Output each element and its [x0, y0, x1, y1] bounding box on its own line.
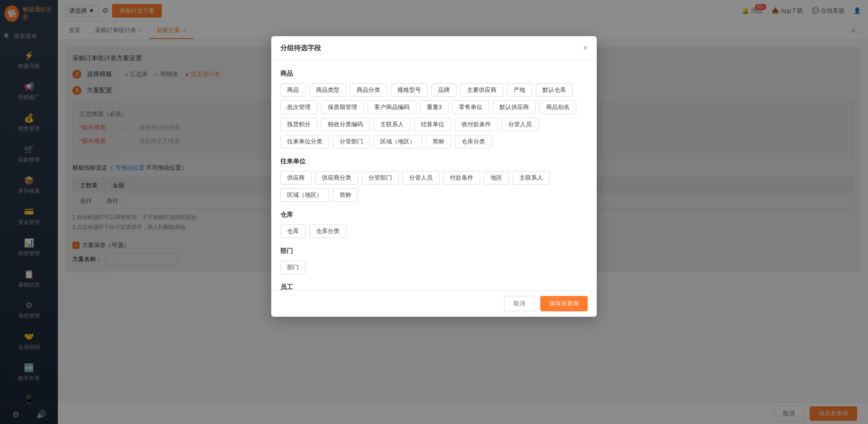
field-chip-supplier[interactable]: 供应商 [280, 171, 311, 185]
field-section-product: 商品商品商品类型商品分类规格型号品牌主要供应商产地默认仓库批次管理保质期管理客户… [280, 70, 588, 148]
field-chips-warehouse: 仓库仓库分类 [280, 224, 588, 238]
field-section-counterpart: 往来单位供应商供应商分类分管部门分管人员付款条件地区主联系人区域（地区）简称 [280, 157, 588, 202]
modal-header: 分组待选字段 × [271, 36, 597, 61]
field-chip-mgmt-dept[interactable]: 分管部门 [362, 171, 399, 185]
field-chip-pickup-score[interactable]: 拣货积分 [280, 118, 317, 131]
field-chip-spec-type[interactable]: 规格型号 [391, 83, 428, 97]
modal-title: 分组待选字段 [280, 44, 321, 52]
field-section-department: 部门部门 [280, 247, 588, 274]
field-chip-area2[interactable]: 区域（地区） [280, 188, 329, 202]
field-chip-supplier-cat[interactable]: 供应商分类 [315, 171, 358, 185]
field-chip-abbr[interactable]: 简称 [426, 135, 451, 148]
field-section-title-staff: 员工 [280, 283, 588, 290]
modal-close-btn[interactable]: × [583, 43, 588, 53]
modal-cancel-btn[interactable]: 取消 [504, 296, 535, 311]
field-section-title-department: 部门 [280, 247, 588, 255]
field-chip-payment-cond[interactable]: 付款条件 [443, 171, 480, 185]
field-chip-settle-unit[interactable]: 结算单位 [414, 118, 451, 131]
field-section-warehouse: 仓库仓库仓库分类 [280, 211, 588, 238]
field-chip-quality-mgmt[interactable]: 保质期管理 [321, 100, 364, 114]
field-chip-retail-unit[interactable]: 零售单位 [452, 100, 489, 114]
field-chip-area[interactable]: 区域（地区） [373, 135, 422, 148]
field-chip-wh-cat2[interactable]: 仓库分类 [309, 224, 346, 238]
field-chip-goods-alias[interactable]: 商品别名 [539, 100, 576, 114]
field-chip-main-contact[interactable]: 主联系人 [373, 118, 410, 131]
field-chip-goods-cat[interactable]: 商品分类 [350, 83, 387, 97]
field-chip-payment-term[interactable]: 收付款条件 [455, 118, 498, 131]
field-chip-default-wh[interactable]: 默认仓库 [536, 83, 573, 97]
field-chip-manager[interactable]: 分管人员 [501, 118, 538, 131]
field-chips-product: 商品商品类型商品分类规格型号品牌主要供应商产地默认仓库批次管理保质期管理客户商品… [280, 83, 588, 148]
modal-confirm-btn[interactable]: 保存并查询 [540, 296, 588, 311]
field-chips-department: 部门 [280, 261, 588, 274]
field-chip-goods[interactable]: 商品 [280, 83, 306, 97]
field-chip-goods-type[interactable]: 商品类型 [309, 83, 346, 97]
field-chip-brand[interactable]: 品牌 [431, 83, 457, 97]
field-chip-origin[interactable]: 产地 [507, 83, 532, 97]
field-chip-region[interactable]: 地区 [484, 171, 509, 185]
field-chip-main-supplier[interactable]: 主要供应商 [460, 83, 503, 97]
field-chip-main-contact2[interactable]: 主联系人 [513, 171, 550, 185]
field-section-title-product: 商品 [280, 70, 588, 78]
modal-footer: 取消 保存并查询 [271, 290, 597, 317]
field-chip-abbr2[interactable]: 简称 [333, 188, 358, 202]
field-chip-tax-code[interactable]: 税收分类编码 [321, 118, 370, 131]
field-chip-wh[interactable]: 仓库 [280, 224, 306, 238]
field-chips-counterpart: 供应商供应商分类分管部门分管人员付款条件地区主联系人区域（地区）简称 [280, 171, 588, 202]
field-chip-from-unit-cat[interactable]: 往来单位分类 [280, 135, 329, 148]
field-section-title-counterpart: 往来单位 [280, 157, 588, 166]
field-chip-weight3[interactable]: 重量3 [420, 100, 448, 114]
field-chip-mgmt-person[interactable]: 分管人员 [402, 171, 439, 185]
field-chip-batch-mgmt[interactable]: 批次管理 [280, 100, 317, 114]
field-select-modal: 分组待选字段 × 商品商品商品类型商品分类规格型号品牌主要供应商产地默认仓库批次… [271, 36, 597, 317]
field-chip-default-supplier[interactable]: 默认供应商 [493, 100, 536, 114]
field-chip-wh-cat[interactable]: 仓库分类 [455, 135, 492, 148]
field-chip-dept[interactable]: 部门 [280, 261, 306, 274]
field-chip-customer-code[interactable]: 客户商品编码 [368, 100, 416, 114]
modal-body: 商品商品商品类型商品分类规格型号品牌主要供应商产地默认仓库批次管理保质期管理客户… [271, 61, 597, 290]
field-section-staff: 员工业务员 [280, 283, 588, 290]
field-section-title-warehouse: 仓库 [280, 211, 588, 219]
field-chip-dept-mgmt[interactable]: 分管部门 [333, 135, 370, 148]
